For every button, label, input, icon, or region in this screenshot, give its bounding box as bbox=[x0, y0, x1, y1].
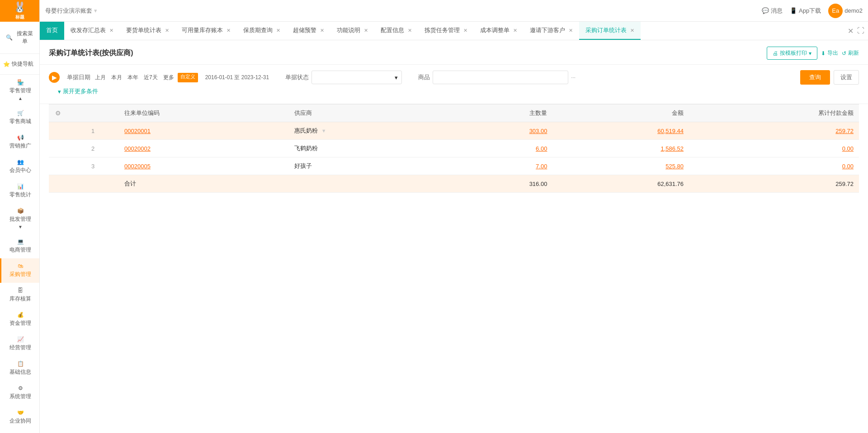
status-filter-label: 单据状态 bbox=[285, 73, 309, 81]
tab-close-icon[interactable]: ✕ bbox=[226, 28, 231, 33]
main-qty-cell: 6.00 bbox=[446, 140, 552, 157]
sidebar-item-ecommerce[interactable]: 💻 电商管理 bbox=[0, 234, 39, 258]
column-settings-icon[interactable]: ⚙ bbox=[55, 109, 61, 117]
sidebar-item-retail-mgmt[interactable]: 🏪 零售管理 ▲ bbox=[0, 75, 39, 105]
tab-close-icon[interactable]: ✕ bbox=[320, 28, 324, 33]
print-arrow-icon: ▾ bbox=[809, 50, 811, 57]
paid-amount-link[interactable]: 259.72 bbox=[835, 128, 854, 134]
sidebar-item-marketing[interactable]: 📢 营销推广 bbox=[0, 130, 39, 154]
tab-expiry-query[interactable]: 保质期查询 ✕ bbox=[237, 22, 287, 40]
filter-toggle-btn[interactable]: ▶ bbox=[49, 72, 60, 83]
tab-home[interactable]: 首页 bbox=[40, 22, 64, 40]
amount-link[interactable]: 525.80 bbox=[665, 163, 684, 170]
paid-amount-link[interactable]: 0.00 bbox=[842, 163, 854, 170]
tab-close-icon[interactable]: ✕ bbox=[364, 28, 368, 33]
row-checkbox-cell bbox=[49, 122, 67, 140]
print-button[interactable]: 🖨 按模板打印 ▾ bbox=[767, 47, 817, 60]
sidebar-item-members[interactable]: 👥 会员中心 bbox=[0, 154, 39, 179]
sidebar-item-inventory[interactable]: 🗄 库存核算 bbox=[0, 283, 39, 307]
main-qty-link[interactable]: 7.00 bbox=[536, 163, 547, 170]
tab-function-desc[interactable]: 功能说明 ✕ bbox=[330, 22, 374, 40]
sidebar-item-operations[interactable]: 📈 经营管理 bbox=[0, 332, 39, 356]
paid-amount-link[interactable]: 0.00 bbox=[842, 145, 854, 152]
row-index: 3 bbox=[67, 157, 119, 175]
main-qty-cell: 7.00 bbox=[446, 157, 552, 175]
sidebar-item-guide[interactable]: 🎯 新手引导 bbox=[0, 429, 39, 433]
supplier-code-link[interactable]: 00020002 bbox=[124, 145, 151, 152]
sidebar-item-search[interactable]: 🔍 搜索菜单 bbox=[3, 25, 37, 50]
tab-pick-task[interactable]: 拣货任务管理 ✕ bbox=[418, 22, 474, 40]
export-button[interactable]: ⬇ 导出 bbox=[821, 49, 838, 57]
user-menu[interactable]: Ea demo2 bbox=[828, 4, 863, 18]
tab-close-icon[interactable]: ✕ bbox=[463, 28, 467, 33]
sidebar-item-wholesale[interactable]: 📦 批发管理 ▼ bbox=[0, 203, 39, 234]
supplier-code-cell: 00020005 bbox=[119, 157, 289, 175]
tab-overstock-warning[interactable]: 超储预警 ✕ bbox=[287, 22, 330, 40]
members-icon: 👥 bbox=[17, 159, 24, 165]
app-download-btn[interactable]: 📱 App下载 bbox=[790, 7, 821, 15]
export-icon: ⬇ bbox=[821, 50, 826, 57]
amount-link[interactable]: 60,519.44 bbox=[657, 128, 684, 134]
tab-close-icon[interactable]: ✕ bbox=[276, 28, 280, 33]
col-paid-amount: 累计付款金额 bbox=[689, 105, 859, 122]
tab-config-info[interactable]: 配置信息 ✕ bbox=[374, 22, 418, 40]
arrow-down-icon: ▼ bbox=[18, 224, 23, 229]
sidebar-item-quicknav[interactable]: ⭐ 快捷导航 bbox=[0, 56, 39, 72]
message-btn[interactable]: 💬 消息 bbox=[762, 7, 783, 15]
date-btn-last-month[interactable]: 上月 bbox=[93, 73, 108, 82]
amount-link[interactable]: 1,586.52 bbox=[660, 145, 684, 152]
main-qty-link[interactable]: 6.00 bbox=[536, 145, 547, 152]
date-btn-7days[interactable]: 近7天 bbox=[142, 73, 160, 82]
col-settings[interactable]: ⚙ bbox=[49, 105, 67, 122]
date-range-display: 2016-01-01 至 2023-12-31 bbox=[205, 74, 269, 81]
tab-close-active-icon[interactable]: ✕ bbox=[630, 28, 634, 33]
filter-row-1: ▶ 单据日期 上月 本月 本年 近7天 更多 自定义 2016-01-01 至 … bbox=[49, 70, 859, 85]
col-index bbox=[67, 105, 119, 122]
sidebar-item-collab[interactable]: 🤝 企业协同 bbox=[0, 405, 39, 429]
row-expand-icon: ▼ bbox=[321, 128, 326, 133]
tab-maximize-btn[interactable]: ⛶ bbox=[857, 27, 864, 35]
tab-close-icon[interactable]: ✕ bbox=[408, 28, 412, 33]
tab-close-icon[interactable]: ✕ bbox=[513, 28, 517, 33]
print-icon: 🖨 bbox=[773, 50, 778, 57]
date-btn-this-month[interactable]: 本月 bbox=[109, 73, 124, 82]
goods-input[interactable] bbox=[433, 71, 568, 84]
supplier-code-link[interactable]: 00020001 bbox=[124, 128, 151, 134]
sidebar-item-purchase[interactable]: 🛍 采购管理 bbox=[0, 258, 39, 283]
sidebar-item-retail-mall[interactable]: 🛒 零售商城 bbox=[0, 105, 39, 130]
filter-action-btns: 查询 设置 bbox=[800, 70, 859, 85]
row-checkbox-cell bbox=[49, 157, 67, 175]
sidebar-item-basic-info[interactable]: 📋 基础信息 bbox=[0, 356, 39, 381]
home-tab-label: 首页 bbox=[46, 26, 58, 34]
main-qty-link[interactable]: 303.00 bbox=[529, 128, 547, 134]
tab-cost-adjust[interactable]: 成本调整单 ✕ bbox=[474, 22, 524, 40]
tab-collect-summary[interactable]: 收发存汇总表 ✕ bbox=[64, 22, 120, 40]
date-btn-this-year[interactable]: 本年 bbox=[126, 73, 140, 82]
tab-purchase-order-stats[interactable]: 采购订单统计表 ✕ bbox=[579, 22, 641, 40]
system-icon: ⚙ bbox=[18, 385, 23, 391]
tab-close-icon[interactable]: ✕ bbox=[569, 28, 573, 33]
table-row: 3 00020005 好孩子 7.00 525.80 bbox=[49, 157, 859, 175]
tab-order-stats[interactable]: 要货单统计表 ✕ bbox=[120, 22, 175, 40]
filter-expand-btn[interactable]: ▾ 展开更多条件 bbox=[49, 85, 859, 98]
tab-close-icon[interactable]: ✕ bbox=[109, 28, 113, 33]
tab-close-all-btn[interactable]: ✕ bbox=[848, 27, 854, 35]
logo-label: 标题 bbox=[15, 14, 24, 20]
date-filter-label: 单据日期 bbox=[67, 73, 90, 81]
supplier-code-link[interactable]: 00020005 bbox=[124, 163, 151, 170]
more-options-icon[interactable]: ··· bbox=[571, 74, 576, 81]
sidebar-item-finance[interactable]: 💰 资金管理 bbox=[0, 307, 39, 332]
search-button[interactable]: 查询 bbox=[800, 70, 830, 85]
topbar: 母婴行业演示账套 ▾ 💬 消息 📱 App下载 Ea demo2 bbox=[40, 0, 868, 22]
refresh-button[interactable]: ↺ 刷新 bbox=[842, 49, 859, 57]
tab-available-stock[interactable]: 可用量库存账本 ✕ bbox=[175, 22, 237, 40]
tab-invite-downstream[interactable]: 邀请下游客户 ✕ bbox=[524, 22, 579, 40]
sidebar-item-system[interactable]: ⚙ 系统管理 bbox=[0, 381, 39, 405]
tab-close-icon[interactable]: ✕ bbox=[165, 28, 169, 33]
date-btn-more[interactable]: 更多 bbox=[161, 73, 176, 82]
inventory-icon: 🗄 bbox=[18, 287, 23, 294]
tabbar-actions: ✕ ⛶ bbox=[844, 27, 868, 35]
sidebar-item-retail-stats[interactable]: 📊 零售统计 bbox=[0, 179, 39, 203]
status-select[interactable]: ▾ bbox=[311, 71, 402, 84]
settings-button[interactable]: 设置 bbox=[834, 70, 859, 85]
